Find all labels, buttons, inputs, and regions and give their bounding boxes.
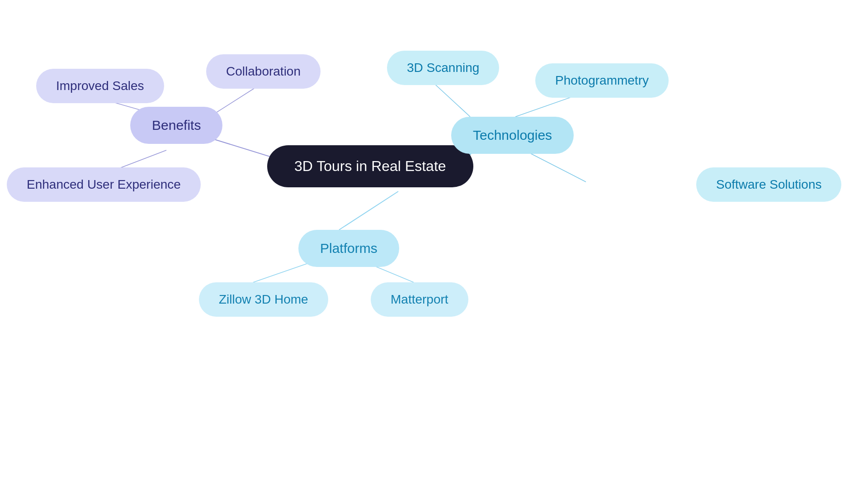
center-node: 3D Tours in Real Estate <box>267 145 473 187</box>
collaboration-node: Collaboration <box>206 54 321 89</box>
svg-line-6 <box>430 80 470 117</box>
svg-line-2 <box>339 191 398 230</box>
software-solutions-node: Software Solutions <box>696 167 841 202</box>
zillow-node: Zillow 3D Home <box>199 282 328 317</box>
improved-sales-node: Improved Sales <box>36 69 164 103</box>
enhanced-ux-node: Enhanced User Experience <box>7 167 201 202</box>
photogrammetry-node: Photogrammetry <box>535 63 669 98</box>
platforms-branch: Platforms <box>298 230 399 267</box>
technologies-branch: Technologies <box>451 117 574 154</box>
3d-scanning-node: 3D Scanning <box>387 51 499 85</box>
matterport-node: Matterport <box>371 282 468 317</box>
benefits-branch: Benefits <box>130 107 222 144</box>
